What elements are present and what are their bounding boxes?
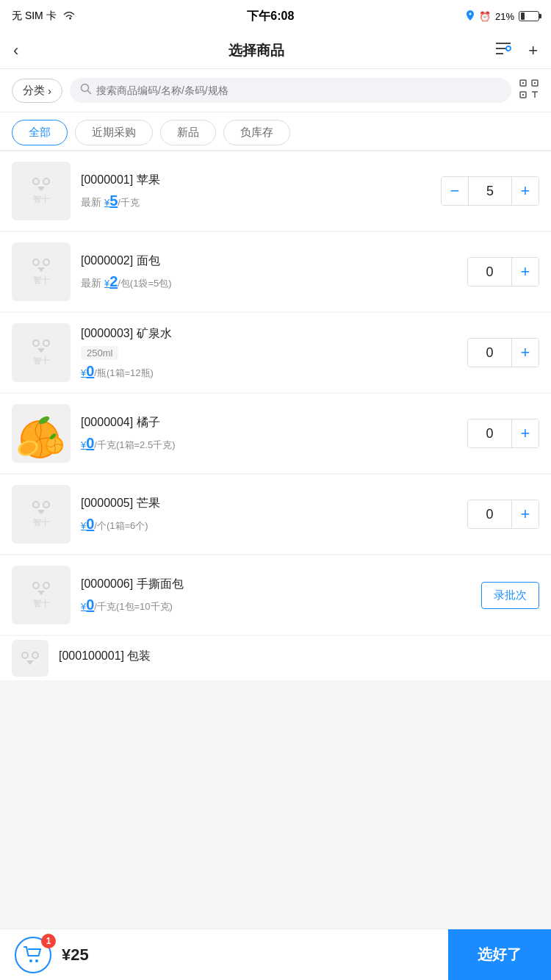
quantity-input[interactable] [468,500,512,528]
battery-icon [519,11,539,21]
product-info: [0000001] 苹果 最新 ¥5/千克 [81,173,431,209]
svg-point-3 [506,46,511,51]
placeholder-logo: 智十 [32,501,50,528]
quantity-control: + [467,257,539,287]
list-item: 智十 [0000003] 矿泉水 250ml ¥0/瓶(1箱=12瓶) + [0,313,551,392]
increase-button[interactable]: + [512,177,539,205]
search-input-wrap[interactable] [70,78,511,103]
svg-rect-10 [534,82,536,84]
status-right: ⏰ 21% [466,10,539,23]
quantity-control: + [467,500,539,529]
product-info: [000100001] 包装 [59,649,539,669]
product-name: [0000003] 矿泉水 [81,326,457,342]
product-info: [0000004] 橘子 ¥0/千克(1箱=2.5千克) [81,415,457,452]
location-icon [466,10,475,23]
confirm-button[interactable]: 选好了 [448,929,551,981]
product-price: 最新 ¥5/千克 [81,192,431,209]
page-title: 选择商品 [228,41,284,60]
list-item: 智十 [0000002] 面包 最新 ¥2/包(1袋=5包) + [0,232,551,311]
svg-point-23 [29,959,32,962]
list-item: 智十 [0000005] 芒果 ¥0/个(1箱=6个) + [0,475,551,554]
cart-icon-button[interactable]: 1 [15,937,51,973]
product-name: [000100001] 包装 [59,649,539,664]
product-name: [0000005] 芒果 [81,496,457,511]
increase-button[interactable]: + [512,500,539,528]
quantity-control: − + [441,176,539,206]
cart-icon [24,946,43,964]
search-bar: 分类 › [0,69,551,112]
list-item: [0000004] 橘子 ¥0/千克(1箱=2.5千克) + [0,394,551,473]
placeholder-logo: 智十 [32,582,50,609]
product-price: ¥0/千克(1包=10千克) [81,597,471,613]
increase-button[interactable]: + [512,419,539,447]
product-thumbnail: 智十 [12,566,71,624]
product-info: [0000003] 矿泉水 250ml ¥0/瓶(1箱=12瓶) [81,326,457,380]
batch-button[interactable]: 录批次 [481,582,539,609]
list-item: 智十 [0000001] 苹果 最新 ¥5/千克 − + [0,151,551,231]
cart-badge: 1 [41,934,56,948]
product-name: [0000006] 手撕面包 [81,577,471,592]
list-item: 智十 [0000006] 手撕面包 ¥0/千克(1包=10千克) 录批次 [0,555,551,635]
search-input[interactable] [96,84,501,96]
product-thumbnail: 智十 [12,162,71,220]
category-chevron: › [48,84,51,97]
svg-rect-9 [522,82,524,84]
alarm-icon: ⏰ [479,11,491,22]
wifi-icon [62,10,76,23]
product-info: [0000006] 手撕面包 ¥0/千克(1包=10千克) [81,577,471,613]
product-price: ¥0/个(1箱=6个) [81,516,457,533]
status-left: 无 SIM 卡 [12,10,76,23]
product-thumbnail: 智十 [12,485,71,544]
filter-icon[interactable] [494,40,512,61]
tab-all[interactable]: 全部 [12,120,68,145]
product-thumbnail: 智十 [12,323,71,382]
placeholder-logo [21,652,39,665]
placeholder-logo: 智十 [32,339,50,367]
svg-line-5 [88,91,92,95]
tab-recent[interactable]: 近期采购 [75,120,153,145]
placeholder-logo: 智十 [32,178,50,205]
product-name: [0000004] 橘子 [81,415,457,430]
category-button[interactable]: 分类 › [12,79,62,103]
product-price: 最新 ¥2/包(1袋=5包) [81,273,457,290]
tab-negative[interactable]: 负库存 [223,120,290,145]
svg-point-4 [82,84,89,92]
product-thumbnail [12,640,48,677]
carrier-label: 无 SIM 卡 [12,10,57,23]
svg-rect-11 [522,94,524,96]
product-info: [0000005] 芒果 ¥0/个(1箱=6个) [81,496,457,533]
product-thumbnail: 智十 [12,242,71,301]
cart-total: ¥25 [62,945,89,965]
status-bar: 无 SIM 卡 下午6:08 ⏰ 21% [0,0,551,32]
product-spec: 250ml [81,346,118,360]
decrease-button[interactable]: − [442,177,468,205]
quantity-control: + [467,338,539,367]
product-name: [0000001] 苹果 [81,173,431,188]
nav-bar: ‹ 选择商品 + [0,32,551,69]
tab-bar: 全部 近期采购 新品 负库存 [0,112,551,151]
scan-icon[interactable] [519,79,539,102]
add-icon[interactable]: + [528,41,538,60]
product-name: [0000002] 面包 [81,253,457,269]
svg-point-24 [35,959,38,962]
product-info: [0000002] 面包 最新 ¥2/包(1袋=5包) [81,253,457,290]
back-button[interactable]: ‹ [13,41,18,60]
battery-percent: 21% [495,11,514,22]
quantity-control: + [467,419,539,448]
quantity-input[interactable] [468,177,512,205]
tab-new[interactable]: 新品 [160,120,216,145]
status-time: 下午6:08 [247,9,294,24]
quantity-input[interactable] [468,419,512,447]
quantity-input[interactable] [468,339,512,367]
search-icon [80,83,92,98]
product-list: 智十 [0000001] 苹果 最新 ¥5/千克 − + [0,151,551,680]
product-thumbnail [12,404,71,463]
category-label: 分类 [23,84,45,98]
increase-button[interactable]: + [512,258,539,286]
increase-button[interactable]: + [512,339,539,367]
nav-actions: + [494,40,538,61]
quantity-input[interactable] [468,258,512,286]
bottom-bar: 1 ¥25 选好了 [0,929,551,980]
placeholder-logo: 智十 [32,259,50,286]
product-price: ¥0/瓶(1箱=12瓶) [81,363,457,380]
